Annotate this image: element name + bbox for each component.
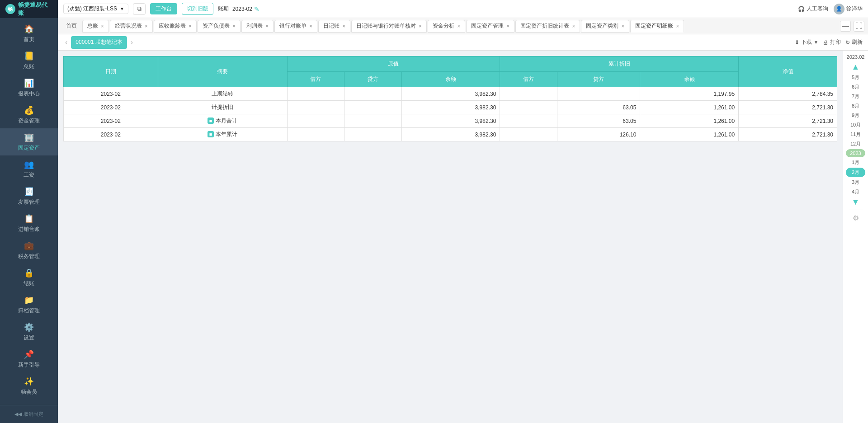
timeline-settings-icon[interactable]: ⚙ bbox=[853, 214, 859, 222]
tab-close-icon[interactable]: × bbox=[265, 23, 269, 29]
timeline-month-4[interactable]: 4月 bbox=[843, 187, 868, 197]
tab-fixed-assets-category[interactable]: 固定资产类别 × bbox=[581, 20, 629, 33]
table-row[interactable]: 2023-02■本月合计3,982.3063.051,261.002,721.3… bbox=[64, 114, 837, 128]
subtab-prev-button[interactable]: ‹ bbox=[63, 38, 69, 47]
sidebar-pin-toggle[interactable]: ◀◀ 取消固定 bbox=[0, 405, 58, 423]
tab-home[interactable]: 首页 bbox=[61, 20, 81, 33]
tab-close-icon[interactable]: × bbox=[506, 23, 509, 29]
table-cell bbox=[344, 101, 401, 114]
workbench-button[interactable]: 工作台 bbox=[150, 3, 177, 14]
tab-close-icon[interactable]: × bbox=[621, 23, 624, 29]
sidebar-item-settings[interactable]: ⚙️ 设置 bbox=[0, 318, 58, 345]
tab-bank-statement[interactable]: 银行对账单 × bbox=[274, 20, 317, 33]
tab-close-icon[interactable]: × bbox=[419, 23, 422, 29]
company-name: (劝勉) 江西服装-LSS bbox=[67, 5, 117, 13]
timeline-month-11[interactable]: 11月 bbox=[843, 130, 868, 139]
tab-profit-loss[interactable]: 利润表 × bbox=[241, 20, 274, 33]
tab-minimize-button[interactable]: — bbox=[840, 21, 851, 32]
sidebar-item-guide[interactable]: 📌 新手引导 bbox=[0, 345, 58, 372]
subtab-next-button[interactable]: › bbox=[129, 38, 135, 47]
timeline-month-5[interactable]: 5月 bbox=[843, 73, 868, 82]
company-selector[interactable]: (劝勉) 江西服装-LSS ▼ bbox=[63, 4, 128, 14]
tab-fixed-assets-depreciation[interactable]: 固定资产折旧统计表 × bbox=[515, 20, 580, 33]
col-balance-accumulated: 余额 bbox=[640, 72, 739, 87]
tab-fixed-assets-detail[interactable]: 固定资产明细账 × bbox=[630, 20, 684, 33]
tab-close-icon[interactable]: × bbox=[232, 23, 236, 29]
tab-general-ledger[interactable]: 总账 × bbox=[82, 20, 109, 33]
sidebar-item-purchase-sales[interactable]: 📋 进销台账 bbox=[0, 210, 58, 237]
table-cell: 2,784.35 bbox=[739, 87, 837, 101]
timeline-month-6[interactable]: 6月 bbox=[843, 82, 868, 92]
sidebar-item-checkout[interactable]: 🔒 结账 bbox=[0, 264, 58, 291]
tab-close-icon[interactable]: × bbox=[101, 23, 104, 29]
tab-label: 应收账龄表 bbox=[159, 22, 186, 30]
service-label: 人工客询 bbox=[807, 5, 828, 13]
sidebar-item-home[interactable]: 🏠 首页 bbox=[0, 20, 58, 47]
invoice-icon: 🧾 bbox=[24, 187, 34, 197]
tab-journal[interactable]: 日记账 × bbox=[318, 20, 350, 33]
tab-close-icon[interactable]: × bbox=[309, 23, 312, 29]
ledger-icon: 📒 bbox=[24, 51, 34, 61]
refresh-button[interactable]: ↻ 刷新 bbox=[845, 38, 863, 46]
subtab-item-laptop[interactable]: 000001 联想笔记本 bbox=[71, 36, 127, 49]
table-cell: 2023-02 bbox=[64, 114, 158, 128]
timeline-month-2[interactable]: 2月 bbox=[846, 168, 865, 177]
period-edit-icon[interactable]: ✎ bbox=[254, 5, 259, 13]
timeline-scroll-up-button[interactable]: ▲ bbox=[851, 61, 861, 73]
tab-close-icon[interactable]: × bbox=[572, 23, 575, 29]
tab-close-icon[interactable]: × bbox=[342, 23, 345, 29]
copy-button[interactable]: ⧉ bbox=[133, 3, 146, 15]
table-cell: 63.05 bbox=[557, 101, 640, 114]
sidebar-item-label: 资金管理 bbox=[18, 117, 40, 125]
timeline-scroll-down-button[interactable]: ▼ bbox=[851, 197, 861, 208]
table-cell: 2,721.30 bbox=[739, 101, 837, 114]
timeline-month-12[interactable]: 12月 bbox=[843, 139, 868, 149]
sidebar-item-fixed-assets[interactable]: 🏢 固定资产 bbox=[0, 128, 58, 155]
tab-expand-button[interactable]: ⛶ bbox=[854, 21, 864, 32]
timeline-month-9[interactable]: 9月 bbox=[843, 111, 868, 120]
table-row[interactable]: 2023-02上期结转3,982.301,197.952,784.35 bbox=[64, 87, 837, 101]
timeline-year-badge[interactable]: 2023 bbox=[846, 149, 865, 157]
timeline-year-top[interactable]: 2023.02 bbox=[847, 52, 865, 61]
service-button[interactable]: 🎧 人工客询 bbox=[798, 5, 828, 13]
timeline-month-3[interactable]: 3月 bbox=[843, 178, 868, 187]
timeline-month-7[interactable]: 7月 bbox=[843, 92, 868, 101]
sidebar-item-invoice[interactable]: 🧾 发票管理 bbox=[0, 183, 58, 210]
sidebar-item-ledger[interactable]: 📒 总账 bbox=[0, 47, 58, 74]
tab-journal-reconcile[interactable]: 日记账与银行对账单核对 × bbox=[351, 20, 427, 33]
tab-receivable-aging[interactable]: 应收账龄表 × bbox=[154, 20, 197, 33]
sidebar: 畅 畅捷通易代账 🏠 首页 📒 总账 📊 报表中心 💰 资金管理 🏢 固定资产 … bbox=[0, 0, 58, 423]
guide-icon: 📌 bbox=[24, 349, 34, 359]
report-icon: 📊 bbox=[24, 78, 34, 88]
sidebar-item-vip[interactable]: ✨ 畅会员 bbox=[0, 372, 58, 400]
timeline-month-8[interactable]: 8月 bbox=[843, 101, 868, 111]
sidebar-item-tax[interactable]: 💼 税务管理 bbox=[0, 237, 58, 264]
tab-fixed-assets-mgmt[interactable]: 固定资产管理 × bbox=[466, 20, 514, 33]
tab-fund-analysis[interactable]: 资金分析 × bbox=[428, 20, 465, 33]
tab-balance-sheet[interactable]: 资产负债表 × bbox=[198, 20, 241, 33]
table-row[interactable]: 2023-02计提折旧3,982.3063.051,261.002,721.30 bbox=[64, 101, 837, 114]
user-profile[interactable]: 👤 徐泽华 bbox=[834, 4, 863, 14]
download-button[interactable]: ⬇ 下载 ▼ bbox=[795, 38, 818, 46]
sidebar-item-archive[interactable]: 📁 归档管理 bbox=[0, 291, 58, 318]
row-tag: ■ bbox=[208, 131, 214, 137]
copy-icon: ⧉ bbox=[137, 5, 142, 13]
tab-business-status[interactable]: 经营状况表 × bbox=[110, 20, 153, 33]
tab-close-icon[interactable]: × bbox=[145, 23, 148, 29]
sidebar-item-salary[interactable]: 👥 工资 bbox=[0, 155, 58, 183]
table-cell bbox=[287, 114, 344, 128]
timeline-panel: 2023.02 ▲ 5月 6月 7月 8月 9月 10月 11月 12月 202… bbox=[843, 51, 868, 423]
table-cell bbox=[344, 87, 401, 101]
tab-label: 银行对账单 bbox=[279, 22, 307, 30]
timeline-month-10[interactable]: 10月 bbox=[843, 120, 868, 130]
tab-close-icon[interactable]: × bbox=[676, 23, 679, 29]
sidebar-item-report[interactable]: 📊 报表中心 bbox=[0, 74, 58, 101]
timeline-month-1[interactable]: 1月 bbox=[843, 158, 868, 167]
print-button[interactable]: 🖨 打印 bbox=[823, 38, 841, 46]
tab-close-icon[interactable]: × bbox=[457, 23, 460, 29]
sidebar-nav: 🏠 首页 📒 总账 📊 报表中心 💰 资金管理 🏢 固定资产 👥 工资 🧾 发票… bbox=[0, 18, 58, 405]
switch-version-button[interactable]: 切到旧版 bbox=[182, 3, 213, 15]
sidebar-item-fund[interactable]: 💰 资金管理 bbox=[0, 101, 58, 128]
table-row[interactable]: 2023-02■本年累计3,982.30126.101,261.002,721.… bbox=[64, 128, 837, 141]
tab-close-icon[interactable]: × bbox=[189, 23, 192, 29]
